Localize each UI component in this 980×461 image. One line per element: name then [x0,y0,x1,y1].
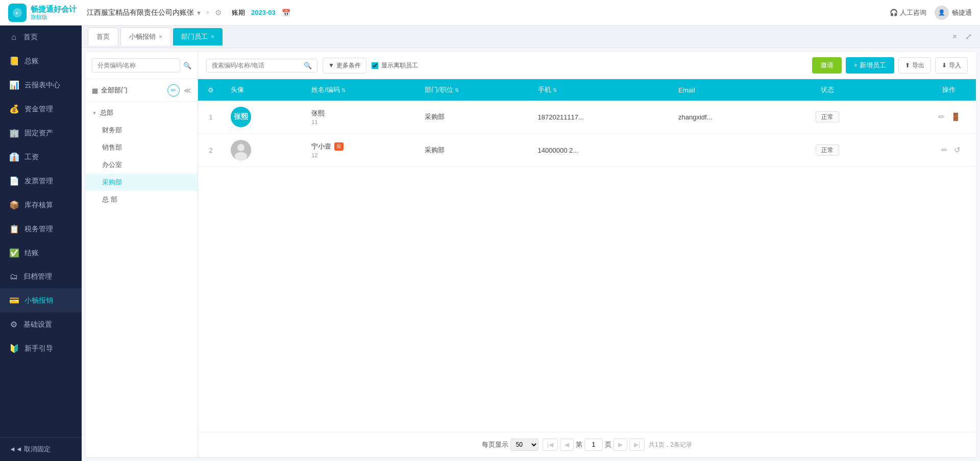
export-button[interactable]: ⬆ 导出 [898,57,931,74]
tree-label-office: 办公室 [102,160,122,169]
sidebar-item-expense[interactable]: 💳 小畅报销 [0,288,82,312]
page-suffix: 页 [605,440,611,449]
reports-icon: 📊 [9,80,19,90]
page-number-input[interactable] [584,439,603,451]
company-dropdown-icon[interactable]: ▾ [197,9,201,17]
period-label: 账期 [232,8,245,17]
export-label: 导出 [912,61,924,70]
tree-node-finance[interactable]: 财务部 [86,122,198,139]
salary-icon: 👔 [9,152,19,162]
guide-icon: 🔰 [9,344,19,353]
employee-search-input[interactable] [212,62,304,69]
tab-expense[interactable]: 小畅报销 × [120,28,171,45]
sidebar-item-guide[interactable]: 🔰 新手引导 [0,336,82,360]
page-last-button[interactable]: ▶| [629,439,645,451]
tab-department-close[interactable]: × [211,33,214,40]
app-title: 畅捷通好会计 [31,5,77,14]
col-avatar: 头像 [224,79,304,101]
sidebar-item-home[interactable]: ⌂ 首页 [0,26,82,49]
page-first-button[interactable]: |◀ [543,439,558,451]
more-filter-button[interactable]: ▼ 更多条件 [323,58,366,74]
grid-icon: ▦ [92,87,98,94]
sidebar-item-inventory[interactable]: 📦 库存核算 [0,193,82,217]
import-button[interactable]: ⬇ 导入 [935,57,968,74]
tab-department[interactable]: 部门员工 × [173,28,223,45]
col-phone[interactable]: 手机 ⇅ [531,79,671,101]
sidebar: ⌂ 首页 📒 总账 📊 云报表中心 💰 资金管理 🏢 固定资产 👔 工资 [0,26,82,461]
import-label: 导入 [949,61,961,70]
table-header-row: ⚙ 头像 姓名/编码 ⇅ 部门/职位 ⇅ 手机 ⇅ Email 状态 操作 [198,79,976,101]
employee-search-icon[interactable]: 🔍 [304,62,312,69]
page-next-button[interactable]: ▶ [614,439,627,451]
add-company-icon[interactable]: ＋ [204,7,212,18]
tab-home[interactable]: 首页 [88,28,118,45]
col-dept[interactable]: 部门/职位 ⇅ [418,79,531,101]
invite-button[interactable]: 邀请 [812,57,842,74]
row1-logout-icon[interactable]: 🚪 [951,112,961,122]
sidebar-item-reports[interactable]: 📊 云报表中心 [0,73,82,97]
table-row: 1 张熙 张熙 11 采购部 [198,101,976,134]
show-resigned-toggle[interactable]: 显示离职员工 [372,61,418,70]
col-name[interactable]: 姓名/编码 ⇅ [304,79,418,101]
col-settings[interactable]: ⚙ [198,79,224,101]
edit-department-button[interactable]: ✏ [167,84,180,96]
settings-nav-icon: ⚙ [9,320,18,329]
sidebar-item-checkout[interactable]: ✅ 结账 [0,241,82,265]
row2-badge: 应 [334,142,344,151]
tab-expense-close[interactable]: × [159,33,162,40]
row2-email [671,134,783,167]
tree-node-parent-corp[interactable]: ▼ 总部 [86,104,198,122]
row2-name-code: 宁小壹 应 12 [311,142,410,158]
tree-node-general[interactable]: 总 部 [86,191,198,208]
sidebar-item-ledger[interactable]: 📒 总账 [0,49,82,73]
show-resigned-checkbox[interactable] [372,62,378,69]
row1-phone: 18720211117... [531,101,671,134]
company-selector[interactable]: 江西服宝精品有限责任公司内账张 ▾ ＋ ⚙ [87,7,222,18]
tab-home-label: 首页 [96,32,110,41]
employee-table-wrapper: ⚙ 头像 姓名/编码 ⇅ 部门/职位 ⇅ 手机 ⇅ Email 状态 操作 [198,79,976,432]
row2-refresh-icon[interactable]: ↺ [954,145,961,155]
sidebar-item-settings[interactable]: ⚙ 基础设置 [0,312,82,336]
sidebar-item-invoice[interactable]: 📄 发票管理 [0,169,82,193]
row2-phone: 14000000 2... [531,134,671,167]
row2-avatar [231,140,251,160]
row2-avatar-cell [224,134,304,167]
page-label: 第 [576,440,582,449]
row2-edit-icon[interactable]: ✏ [941,145,948,155]
tree-label-finance: 财务部 [102,126,122,135]
tree-node-sales[interactable]: 销售部 [86,139,198,156]
tree-node-purchase[interactable]: 采购部 [86,174,198,191]
tree-node-office[interactable]: 办公室 [86,156,198,174]
sidebar-item-salary[interactable]: 👔 工资 [0,145,82,169]
row1-avatar-cell: 张熙 [224,101,304,134]
row1-dept: 采购部 [418,101,531,134]
row1-edit-icon[interactable]: ✏ [938,112,945,122]
collapse-tree-button[interactable]: ≪ [184,86,191,94]
sidebar-item-archive[interactable]: 🗂 归档管理 [0,265,82,288]
tab-expand-button[interactable]: ⤢ [963,30,974,43]
tab-close-all-button[interactable]: × [950,30,959,43]
tab-department-label: 部门员工 [181,32,208,41]
cancel-pin-button[interactable]: ◄◄ 取消固定 [0,437,82,461]
sidebar-item-tax[interactable]: 📋 税务管理 [0,217,82,241]
tab-expense-label: 小畅报销 [129,32,156,41]
archive-icon: 🗂 [9,272,18,281]
tree-search-icon[interactable]: 🔍 [183,62,191,69]
assets-icon: 🏢 [9,128,19,138]
per-page-select[interactable]: 50 100 200 [510,439,538,451]
sidebar-label-funds: 资金管理 [24,105,53,114]
main-panel: 🔍 ▼ 更多条件 显示离职员工 邀请 + 新增员工 ⬆ [198,52,976,457]
page-prev-button[interactable]: ◀ [560,439,574,451]
page-content: 🔍 ▦ 全部部门 ✏ ≪ ▼ 总部 财务部 [86,52,976,457]
settings-icon[interactable]: ⚙ [215,8,222,17]
service-button[interactable]: 🎧 人工咨询 [890,8,926,17]
row1-email: zhangxidf... [671,101,783,134]
tree-search-input[interactable] [92,58,180,72]
calendar-icon[interactable]: 📅 [282,9,290,17]
company-name: 江西服宝精品有限责任公司内账张 [87,8,194,17]
sidebar-item-assets[interactable]: 🏢 固定资产 [0,121,82,145]
sidebar-item-funds[interactable]: 💰 资金管理 [0,97,82,121]
add-employee-button[interactable]: + 新增员工 [846,57,894,74]
row1-name-code: 张熙 11 [311,109,410,125]
user-menu[interactable]: 👤 畅捷通 [935,6,972,20]
